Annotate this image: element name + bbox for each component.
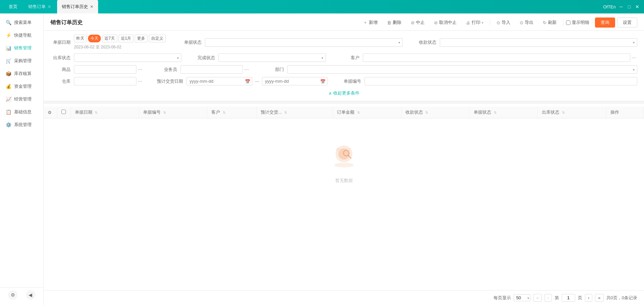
- display-detail-checkbox[interactable]: [566, 21, 570, 25]
- page-size-wrapper: 50 10 20 100 ▾: [514, 294, 530, 301]
- delete-button[interactable]: 🗑 删除: [383, 18, 405, 27]
- sort-order-status-icon: ⇅: [494, 111, 497, 114]
- date-1month-btn[interactable]: 近1月: [119, 35, 134, 42]
- import-button[interactable]: ⊙ 导入: [493, 18, 514, 27]
- sidebar-collapse-btn[interactable]: ◀: [26, 290, 35, 300]
- product-dots-btn[interactable]: ···: [136, 67, 143, 73]
- date-more-btn[interactable]: 更多: [135, 35, 147, 42]
- page-input[interactable]: [562, 294, 575, 302]
- col-payment-status[interactable]: 收款状态 ⇅: [401, 107, 469, 118]
- collapse-row[interactable]: ∧ 收起更多条件: [50, 89, 637, 97]
- warehouse-input[interactable]: [74, 77, 136, 85]
- sidebar-item-inventory[interactable]: 📦 库存核算: [0, 67, 43, 80]
- display-detail-check[interactable]: 显示明细: [566, 20, 589, 26]
- sidebar-item-basic[interactable]: 📋 基础信息: [0, 106, 43, 118]
- min-button[interactable]: ─: [618, 4, 624, 9]
- department-select[interactable]: [287, 65, 637, 74]
- toolbar: ＋ 新增 🗑 删除 ⊘ 中止 ⊘ 取消中止 🖨 打印: [359, 17, 637, 28]
- customer-input[interactable]: [363, 53, 630, 62]
- new-button[interactable]: ＋ 新增: [359, 18, 381, 27]
- sidebar-settings-btn[interactable]: ⚙: [8, 290, 17, 300]
- order-no-label: 单据编号: [341, 78, 364, 84]
- date-today-btn[interactable]: 今天: [88, 35, 101, 42]
- cancel-stop-button[interactable]: ⊘ 取消中止: [430, 18, 460, 27]
- date-yesterday-btn[interactable]: 昨天: [74, 35, 87, 42]
- outbound-status-select[interactable]: [74, 53, 181, 62]
- stop-button[interactable]: ⊘ 中止: [407, 18, 428, 27]
- col-date-label: 单据日期: [75, 110, 92, 115]
- col-expected-delivery[interactable]: 预计交货... ⇅: [256, 107, 333, 118]
- col-settings[interactable]: ⚙: [44, 107, 57, 118]
- col-order-no[interactable]: 单据编号 ⇅: [139, 107, 207, 118]
- prev-page-btn[interactable]: ‹: [545, 294, 552, 302]
- order-status-select[interactable]: [205, 38, 403, 47]
- tab-sales-order-history[interactable]: 销售订单历史 ✕: [57, 0, 98, 13]
- tab-sales-order-history-close[interactable]: ✕: [90, 4, 93, 9]
- max-button[interactable]: □: [627, 4, 632, 9]
- order-no-input[interactable]: [364, 77, 637, 85]
- setting-button[interactable]: 设置: [617, 17, 637, 28]
- table-container: ⚙ 单据日期 ⇅ 单据编号 ⇅ 客户: [44, 107, 644, 290]
- new-icon: ＋: [363, 20, 368, 26]
- col-customer[interactable]: 客户 ⇅: [207, 107, 256, 118]
- col-amount-label: 订单金额: [337, 110, 354, 115]
- sidebar-item-sales[interactable]: 📊 销售管理: [0, 42, 43, 54]
- tab-sales-order-label: 销售订单: [28, 4, 46, 10]
- tab-sales-order-close[interactable]: ✕: [48, 4, 51, 9]
- sidebar-item-system[interactable]: ⚙️ 系统管理: [0, 118, 43, 131]
- col-order-status[interactable]: 单据状态 ⇅: [470, 107, 538, 118]
- product-input[interactable]: [74, 65, 136, 74]
- col-outbound-status[interactable]: 出库状态 ⇅: [538, 107, 606, 118]
- filter-row-1: 单据日期 昨天 今天 近7天 近1月 更多 自定义 2023-06-02 至 2…: [50, 35, 637, 50]
- last-page-btn[interactable]: »: [595, 294, 603, 302]
- warehouse-dots-btn[interactable]: ···: [136, 78, 143, 84]
- date-custom-btn[interactable]: 自定义: [149, 35, 166, 42]
- col-order-no-label: 单据编号: [143, 110, 161, 115]
- cancel-stop-icon: ⊘: [434, 20, 438, 25]
- outbound-status-label: 出库状态: [50, 55, 74, 61]
- sidebar-item-purchase-label: 采购管理: [14, 58, 32, 64]
- customer-dots-btn[interactable]: ···: [630, 55, 637, 61]
- toolbar-divider-2: [563, 20, 563, 26]
- select-all-checkbox[interactable]: [61, 110, 66, 114]
- page-size-select[interactable]: 50 10 20 100: [514, 294, 530, 301]
- sort-customer-icon: ⇅: [223, 111, 225, 114]
- col-amount[interactable]: 订单金额 ⇅: [333, 107, 401, 118]
- print-button[interactable]: 🖨 打印 ▾: [462, 18, 487, 27]
- col-customer-label: 客户: [211, 110, 220, 115]
- complete-status-select[interactable]: [218, 53, 326, 62]
- close-button[interactable]: ✕: [635, 4, 640, 9]
- date-filter-label: 单据日期: [50, 39, 74, 45]
- next-page-btn[interactable]: ›: [585, 294, 592, 302]
- first-page-btn[interactable]: «: [533, 294, 542, 302]
- sales-icon: 📊: [5, 45, 11, 51]
- svg-point-6: [348, 148, 351, 151]
- salesperson-dots-btn[interactable]: ···: [243, 67, 250, 73]
- page-header: 销售订单历史 ＋ 新增 🗑 删除 ⊘ 中止 ⊘ 取消中止: [44, 13, 644, 31]
- sidebar-item-quick-nav[interactable]: ⚡ 快捷导航: [0, 29, 43, 42]
- tab-sales-order[interactable]: 销售订单 ✕: [24, 0, 56, 13]
- delivery-date-to[interactable]: [262, 77, 328, 85]
- svg-point-5: [336, 148, 340, 152]
- sort-order-no-icon: ⇅: [163, 111, 166, 114]
- delivery-date-from[interactable]: [186, 77, 252, 85]
- tab-home[interactable]: 首页: [4, 0, 22, 13]
- export-button[interactable]: ⊙ 导出: [516, 18, 537, 27]
- query-button[interactable]: 查询: [595, 17, 615, 28]
- filter-row-4: 仓库 ··· 预计交货日期 📅 — 📅: [50, 77, 637, 85]
- sidebar-item-purchase[interactable]: 🛒 采购管理: [0, 54, 43, 67]
- sidebar-item-operation[interactable]: 📈 经营管理: [0, 93, 43, 106]
- date-7days-btn[interactable]: 近7天: [102, 35, 117, 42]
- collapse-label: 收起更多条件: [333, 90, 359, 96]
- payment-status-select[interactable]: [440, 38, 638, 47]
- salesperson-input[interactable]: [180, 65, 243, 74]
- col-date[interactable]: 单据日期 ⇅: [71, 107, 139, 118]
- empty-state: 暂无数据: [44, 118, 644, 204]
- sidebar: 🔍 搜索菜单 ⚡ 快捷导航 📊 销售管理 🛒 采购管理 📦 库存核算 💰 资金管…: [0, 13, 44, 305]
- delete-icon: 🗑: [387, 20, 391, 25]
- sidebar-search[interactable]: 🔍 搜索菜单: [0, 16, 43, 29]
- refresh-button[interactable]: ↻ 刷新: [539, 18, 560, 27]
- sidebar-item-finance[interactable]: 💰 资金管理: [0, 80, 43, 93]
- tab-sales-order-history-label: 销售订单历史: [62, 4, 88, 10]
- col-checkbox[interactable]: [57, 107, 71, 118]
